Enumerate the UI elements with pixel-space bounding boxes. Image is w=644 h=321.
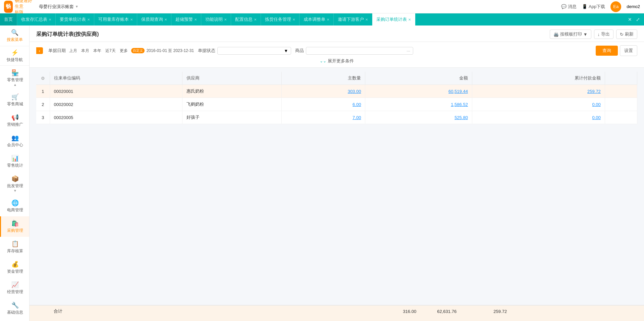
sidebar-item-quicknav[interactable]: ⚡ 快捷导航 xyxy=(0,46,29,66)
tab-available-stock[interactable]: 可用量库存账本 ✕ xyxy=(94,13,137,25)
close-icon[interactable]: ✕ xyxy=(224,18,227,21)
user-avatar[interactable]: Ea xyxy=(610,1,621,12)
row-paid: 259.72 xyxy=(472,85,605,98)
logo-area: 畅 畅捷通好生意 标版 xyxy=(4,0,34,15)
filter-status-group: 单据状态 ▼ xyxy=(198,47,291,55)
close-icon[interactable]: ✕ xyxy=(194,18,197,21)
search-icon: 🔍 xyxy=(11,29,18,36)
tab-pick-task[interactable]: 拣货任务管理 ✕ xyxy=(261,13,300,25)
query-button[interactable]: 查询 xyxy=(596,46,618,56)
table-row: 3 00020005 好孩子 7.00 525.80 0.00 xyxy=(36,111,637,124)
export-button[interactable]: ↓ 导出 xyxy=(594,30,614,39)
close-icon[interactable]: ✕ xyxy=(408,18,411,21)
sidebar-item-basic[interactable]: 🔧 基础信息 xyxy=(0,298,29,319)
row-paid: 0.00 xyxy=(472,98,605,111)
sidebar-item-finance[interactable]: 💰 资金管理 xyxy=(0,257,29,278)
quicknav-icon: ⚡ xyxy=(11,49,18,56)
filter-date-group: 单据日期 上月 本月 本年 近7天 更多 自定义 2016-01-01 至 20… xyxy=(48,47,194,54)
close-icon[interactable]: ✕ xyxy=(327,18,329,21)
goods-more-icon[interactable]: ··· xyxy=(407,48,410,53)
sidebar-item-member[interactable]: 👥 会员中心 xyxy=(0,131,29,151)
refresh-button[interactable]: ↻ 刷新 xyxy=(616,30,637,39)
sidebar-item-retail-stat[interactable]: 📊 零售统计 xyxy=(0,151,29,172)
settings-button[interactable]: 设置 xyxy=(620,45,637,56)
footer-row: 合计 316.00 62,631.76 259.72 xyxy=(36,306,637,317)
date-shortcuts: 上月 本月 本年 近7天 更多 xyxy=(68,47,129,54)
tab-function-desc[interactable]: 功能说明 ✕ xyxy=(201,13,231,25)
ecommerce-icon: 🌐 xyxy=(11,199,19,207)
date-7days[interactable]: 近7天 xyxy=(104,47,117,54)
close-icon[interactable]: ✕ xyxy=(87,18,90,21)
status-select[interactable]: ▼ xyxy=(217,47,291,55)
close-icon[interactable]: ✕ xyxy=(164,18,167,21)
settings-icon[interactable]: ⚙ xyxy=(41,76,45,81)
message-button[interactable]: 💬 消息 xyxy=(561,4,577,10)
tab-expiry-query[interactable]: 保质期查询 ✕ xyxy=(137,13,171,25)
sidebar-item-search[interactable]: 🔍 搜索菜单 xyxy=(0,25,29,46)
row-supplier: 飞鹤奶粉 xyxy=(182,98,282,111)
basic-icon: 🔧 xyxy=(11,302,19,309)
tab-order-stat[interactable]: 要货单统计表 ✕ xyxy=(56,13,94,25)
print-button[interactable]: 🖨️ 按模板打印 ▼ xyxy=(550,30,591,39)
download-icon: 📱 xyxy=(582,4,587,9)
table-row: 2 00020002 飞鹤奶粉 6.00 1,586.52 0.00 xyxy=(36,98,637,111)
close-icon[interactable]: ✕ xyxy=(130,18,133,21)
tab-overstock-alert[interactable]: 超储预警 ✕ xyxy=(171,13,201,25)
logo-text: 畅捷通好生意 标版 xyxy=(15,0,34,15)
row-amount: 525.80 xyxy=(365,111,472,124)
table-container: ⚙ 往来单位编码 供应商 主数量 金额 累计付款金额 1 00020001 xyxy=(30,68,644,305)
col-supplier: 供应商 xyxy=(182,72,282,85)
date-this-year[interactable]: 本年 xyxy=(92,47,103,54)
sidebar-item-marketing[interactable]: 📢 营销推广 xyxy=(0,110,29,131)
col-empty xyxy=(605,72,637,85)
sidebar-item-ecommerce[interactable]: 🌐 电商管理 xyxy=(0,196,29,216)
close-icon[interactable]: ✕ xyxy=(292,18,295,21)
tab-config-info[interactable]: 配置信息 ✕ xyxy=(231,13,261,25)
sidebar-item-retail-mall[interactable]: 🛒 零售商城 xyxy=(0,90,29,110)
sidebar-item-wholesale[interactable]: 📦 批发管理 ▼ xyxy=(0,172,29,196)
tab-receive-summary[interactable]: 收发存汇总表 ✕ xyxy=(17,13,56,25)
wholesale-icon: 📦 xyxy=(11,175,19,182)
tab-invite-customer[interactable]: 邀请下游客户 ✕ xyxy=(334,13,372,25)
chevron-left-icon: ‹ xyxy=(39,48,40,53)
expand-filter-button[interactable]: ⌄⌄ 展开更多条件 xyxy=(320,58,354,64)
close-tab-button[interactable]: ✕ xyxy=(627,15,633,23)
custom-date-badge[interactable]: 自定义 xyxy=(131,48,145,53)
expand-row: ⌄⌄ 展开更多条件 xyxy=(36,58,637,64)
table-body: 1 00020001 惠氏奶粉 303.00 60,519.44 259.72 … xyxy=(36,85,637,124)
tab-cost-adjust[interactable]: 成本调整单 ✕ xyxy=(300,13,334,25)
tab-home[interactable]: 首页 xyxy=(0,13,17,25)
marketing-icon: 📢 xyxy=(11,114,19,121)
close-icon[interactable]: ✕ xyxy=(254,18,257,21)
purchase-icon: 🛍️ xyxy=(11,220,19,227)
close-icon[interactable]: ✕ xyxy=(365,18,368,21)
filter-collapse-button[interactable]: ‹ xyxy=(36,47,43,54)
sidebar-item-inventory[interactable]: 📋 库存核算 xyxy=(0,237,29,257)
chevron-up-icon: ▲ xyxy=(13,83,17,87)
app-download-button[interactable]: 📱 App下载 xyxy=(582,4,605,10)
row-supplier: 惠氏奶粉 xyxy=(182,85,282,98)
sidebar-item-operation[interactable]: 📈 经营管理 xyxy=(0,278,29,298)
message-icon: 💬 xyxy=(561,4,567,9)
col-qty: 主数量 xyxy=(282,72,365,85)
date-more[interactable]: 更多 xyxy=(118,47,129,54)
sidebar-item-purchase[interactable]: 🛍️ 采购管理 xyxy=(0,216,29,237)
tab-purchase-order-stat[interactable]: 采购订单统计表 ✕ xyxy=(372,13,415,25)
row-qty: 6.00 xyxy=(282,98,365,111)
close-icon[interactable]: ✕ xyxy=(49,18,51,21)
date-this-month[interactable]: 本月 xyxy=(80,47,91,54)
mall-icon: 🛒 xyxy=(11,93,19,101)
page-title: 采购订单统计表(按供应商) xyxy=(36,31,99,38)
row-code: 00020005 xyxy=(50,111,182,124)
inventory-icon: 📋 xyxy=(11,240,19,248)
row-no: 1 xyxy=(36,85,50,98)
sidebar-item-retail[interactable]: 🏪 零售管理 ▲ xyxy=(0,66,29,90)
maximize-tab-button[interactable]: ⤢ xyxy=(635,15,641,23)
sidebar-item-system[interactable]: ⚙️ 系统管理 xyxy=(0,319,29,321)
goods-input[interactable]: ··· xyxy=(306,47,413,55)
footer-label: 合计 xyxy=(50,306,313,317)
row-amount: 1,586.52 xyxy=(365,98,472,111)
workspace-selector[interactable]: 母婴行业演示账套 ▼ xyxy=(39,4,78,10)
stat-icon: 📊 xyxy=(11,155,19,162)
date-last-month[interactable]: 上月 xyxy=(68,47,78,54)
